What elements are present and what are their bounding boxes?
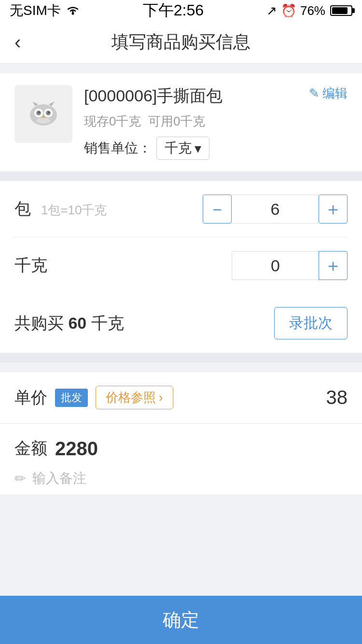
price-ref-arrow-icon: › <box>159 390 163 405</box>
price-ref-button[interactable]: 价格参照 › <box>96 386 173 409</box>
confirm-button[interactable]: 确定 <box>0 596 362 644</box>
price-label: 单价 <box>14 387 47 409</box>
amount-section: 金额 2280 ✏ 输入备注 <box>0 424 362 494</box>
unit-label: 销售单位： <box>84 139 152 157</box>
svg-point-8 <box>38 112 40 113</box>
quantity-section: 包 1包=10千克 － ＋ 千克 ＋ <box>0 181 362 294</box>
bao-increment-button[interactable]: ＋ <box>319 195 348 224</box>
product-info: [0000006]手撕面包 现存0千克 可用0千克 销售单位： 千克 ▾ <box>84 85 348 160</box>
price-value: 38 <box>326 387 348 408</box>
batch-button[interactable]: 录批次 <box>274 307 348 339</box>
divider-1 <box>0 171 362 181</box>
unit-value: 千克 <box>165 139 192 157</box>
amount-row: 金额 2280 <box>14 437 348 460</box>
kg-qty-row: 千克 ＋ <box>14 238 348 294</box>
price-section: 单价 批发 价格参照 › 38 <box>0 372 362 423</box>
status-bar: 无SIM卡 下午2:56 ↗ ⏰ 76% <box>0 0 362 21</box>
svg-point-9 <box>48 112 50 113</box>
bao-sublabel: 1包=10千克 <box>41 203 107 217</box>
header: ‹ 填写商品购买信息 <box>0 21 362 64</box>
amount-label: 金额 <box>14 437 47 460</box>
bao-qty-input[interactable] <box>232 195 319 224</box>
bao-qty-row: 包 1包=10千克 － ＋ <box>14 181 348 238</box>
kg-label-group: 千克 <box>14 254 47 277</box>
battery-percent: 76% <box>300 3 325 18</box>
bao-qty-control: － ＋ <box>203 195 348 224</box>
edit-button[interactable]: ✎ 编辑 <box>309 85 348 102</box>
note-row[interactable]: ✏ 输入备注 <box>14 469 348 488</box>
bao-label: 包 <box>14 199 31 218</box>
carrier-label: 无SIM卡 <box>10 1 61 20</box>
bao-label-group: 包 1包=10千克 <box>14 198 107 220</box>
divider-2 <box>0 353 362 363</box>
bao-decrement-button[interactable]: － <box>203 195 232 224</box>
page-title: 填写商品购买信息 <box>111 30 251 54</box>
product-stock: 现存0千克 可用0千克 <box>84 113 348 130</box>
svg-point-11 <box>37 118 50 124</box>
battery-icon <box>330 5 352 16</box>
status-time: 下午2:56 <box>143 0 204 21</box>
total-text: 共购买 60 千克 <box>14 312 124 335</box>
product-name: [0000006]手撕面包 <box>84 85 348 107</box>
price-left: 单价 批发 价格参照 › <box>14 386 173 409</box>
svg-point-0 <box>71 13 74 15</box>
status-left: 无SIM卡 <box>10 1 80 20</box>
product-unit-row: 销售单位： 千克 ▾ <box>84 137 348 160</box>
wifi-icon <box>66 3 80 18</box>
unit-select[interactable]: 千克 ▾ <box>156 137 209 160</box>
edit-label: 编辑 <box>322 85 348 102</box>
kg-increment-button[interactable]: ＋ <box>319 251 348 280</box>
location-icon: ↗ <box>266 3 277 18</box>
product-card: [0000006]手撕面包 现存0千克 可用0千克 销售单位： 千克 ▾ ✎ 编… <box>0 73 362 171</box>
kg-qty-control: ＋ <box>232 251 348 280</box>
note-label: 输入备注 <box>32 469 86 488</box>
unit-arrow-icon: ▾ <box>195 140 201 156</box>
confirm-label: 确定 <box>163 608 199 632</box>
status-right: ↗ ⏰ 76% <box>266 3 352 18</box>
product-image <box>14 85 72 143</box>
alarm-icon: ⏰ <box>281 3 296 18</box>
total-value: 60 <box>68 314 91 332</box>
pencil-icon: ✏ <box>14 471 26 487</box>
kg-qty-input[interactable] <box>232 251 319 280</box>
kg-label: 千克 <box>14 256 47 274</box>
edit-icon: ✎ <box>309 86 320 101</box>
total-section: 共购买 60 千克 录批次 <box>0 294 362 353</box>
price-type-badge: 批发 <box>55 389 88 407</box>
back-button[interactable]: ‹ <box>14 31 21 53</box>
price-ref-label: 价格参照 <box>106 389 156 406</box>
amount-value: 2280 <box>55 438 98 460</box>
